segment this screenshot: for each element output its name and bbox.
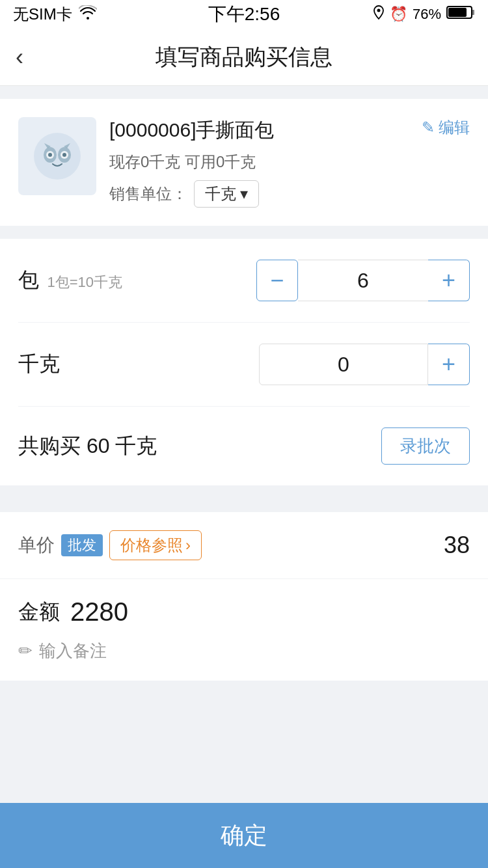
amount-row: 金额 2280 xyxy=(18,597,470,627)
status-bar: 无SIM卡 下午2:56 ⏰ 76% xyxy=(0,0,488,29)
svg-point-4 xyxy=(34,133,81,180)
carrier-text: 无SIM卡 xyxy=(13,4,72,25)
status-time: 下午2:56 xyxy=(208,2,280,27)
edit-button[interactable]: ✎ 编辑 xyxy=(422,117,470,138)
pack-plus-button[interactable]: + xyxy=(428,260,470,301)
note-row[interactable]: ✏ 输入备注 xyxy=(18,640,470,662)
unit-dropdown[interactable]: 千克 ▾ xyxy=(194,180,259,208)
back-button[interactable]: ‹ xyxy=(16,44,23,71)
pack-label: 包 xyxy=(18,268,39,292)
kg-label: 千克 xyxy=(18,350,60,379)
note-icon: ✏ xyxy=(18,641,33,661)
kg-stepper: + xyxy=(259,344,470,385)
svg-point-10 xyxy=(62,153,66,157)
unit-value: 千克 xyxy=(205,183,236,204)
divider-1 xyxy=(0,226,488,239)
pack-input[interactable] xyxy=(298,260,428,301)
status-left: 无SIM卡 xyxy=(13,4,97,25)
product-name: [0000006]手撕面包 xyxy=(109,117,470,144)
price-ref-arrow-icon: › xyxy=(185,536,191,554)
amount-label: 金额 xyxy=(18,598,60,627)
dropdown-arrow-icon: ▾ xyxy=(240,185,248,203)
nav-bar: ‹ 填写商品购买信息 xyxy=(0,29,488,86)
svg-rect-2 xyxy=(472,10,474,15)
svg-rect-3 xyxy=(448,8,467,17)
product-card: [0000006]手撕面包 现存0千克 可用0千克 销售单位： 千克 ▾ ✎ 编… xyxy=(0,99,488,226)
input-section: 包 1包=10千克 − + 千克 + xyxy=(0,239,488,407)
confirm-button[interactable]: 确定 xyxy=(0,803,488,868)
price-value: 38 xyxy=(444,532,470,559)
kg-plus-button[interactable]: + xyxy=(428,344,470,385)
amount-section: 金额 2280 ✏ 输入备注 xyxy=(0,579,488,681)
price-label: 单价 xyxy=(18,533,55,558)
total-label: 共购买 60 千克 xyxy=(18,432,157,461)
pack-sub: 1包=10千克 xyxy=(47,274,122,290)
battery-percent: 76% xyxy=(413,6,441,23)
total-row: 共购买 60 千克 录批次 xyxy=(0,407,488,486)
pack-minus-button[interactable]: − xyxy=(256,260,298,301)
product-unit-row: 销售单位： 千克 ▾ xyxy=(109,180,470,208)
price-ref-button[interactable]: 价格参照 › xyxy=(109,530,202,560)
pack-stepper: − + xyxy=(256,260,470,301)
wifi-icon xyxy=(79,5,97,23)
alarm-icon: ⏰ xyxy=(390,6,407,23)
pack-input-row: 包 1包=10千克 − + xyxy=(18,239,470,323)
batch-button[interactable]: 录批次 xyxy=(381,427,470,465)
svg-point-9 xyxy=(48,153,52,157)
kg-input[interactable] xyxy=(259,344,428,385)
svg-point-0 xyxy=(377,9,380,12)
status-right: ⏰ 76% xyxy=(373,5,475,23)
note-placeholder: 输入备注 xyxy=(39,640,107,662)
price-ref-label: 价格参照 xyxy=(120,535,183,556)
price-section: 单价 批发 价格参照 › 38 xyxy=(0,512,488,579)
location-icon xyxy=(373,5,385,23)
amount-value: 2280 xyxy=(70,597,128,627)
product-stock: 现存0千克 可用0千克 xyxy=(109,152,470,172)
product-info: [0000006]手撕面包 现存0千克 可用0千克 销售单位： 千克 ▾ xyxy=(109,117,470,208)
price-label-group: 单价 批发 价格参照 › xyxy=(18,530,202,560)
spacer xyxy=(0,681,488,803)
divider-2 xyxy=(0,486,488,499)
price-row: 单价 批发 价格参照 › 38 xyxy=(0,512,488,579)
product-image xyxy=(18,117,96,195)
pack-label-group: 包 1包=10千克 xyxy=(18,266,122,295)
battery-icon xyxy=(446,5,475,23)
price-tag: 批发 xyxy=(61,534,103,556)
edit-icon: ✎ xyxy=(422,118,435,137)
nav-title: 填写商品购买信息 xyxy=(156,42,332,72)
kg-input-row: 千克 + xyxy=(18,323,470,407)
edit-label: 编辑 xyxy=(439,117,470,138)
unit-label: 销售单位： xyxy=(109,183,187,204)
